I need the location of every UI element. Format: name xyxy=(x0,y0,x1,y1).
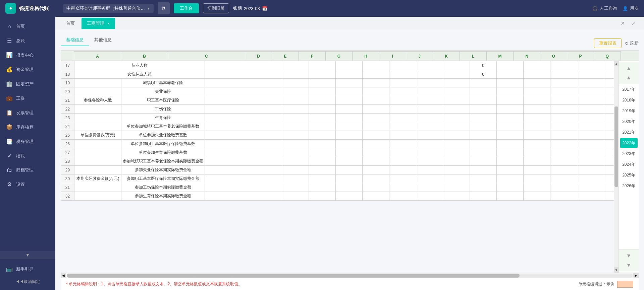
cell-19-E[interactable] xyxy=(309,79,336,87)
cell-27-B[interactable]: 单位参加生育保险缴费基数 xyxy=(121,148,205,157)
cell-18-H[interactable] xyxy=(389,70,416,79)
cell-31-B[interactable]: 参加工伤保险本期实际缴费金额 xyxy=(121,183,205,192)
sidebar-item-funds[interactable]: 💰 资金管理 xyxy=(0,62,55,77)
cell-32-A[interactable] xyxy=(74,192,121,201)
cell-27-L[interactable] xyxy=(497,148,524,157)
cell-19-O[interactable] xyxy=(577,79,604,87)
cell-28-F[interactable] xyxy=(336,157,363,166)
sidebar-item-payroll[interactable]: 💼 工资 xyxy=(0,91,55,105)
cell-19-M[interactable] xyxy=(524,79,550,87)
reset-report-button[interactable]: 重置报表 xyxy=(594,38,622,48)
year-item-2024[interactable]: 2024年 xyxy=(620,159,638,169)
sub-tab-other[interactable]: 其他信息 xyxy=(89,34,117,46)
cell-21-L[interactable] xyxy=(497,96,524,105)
cell-22-N[interactable] xyxy=(550,105,577,114)
cell-30-C[interactable] xyxy=(205,174,282,183)
cell-27-P[interactable] xyxy=(604,148,614,157)
cell-22-C[interactable] xyxy=(205,105,282,114)
workbench-button[interactable]: 工作台 xyxy=(174,3,199,13)
cell-17-N[interactable] xyxy=(550,61,577,70)
cell-29-F[interactable] xyxy=(336,166,363,174)
cell-26-E[interactable] xyxy=(309,140,336,148)
cell-23-O[interactable] xyxy=(577,114,604,122)
cell-26-A[interactable] xyxy=(74,140,121,148)
cell-24-M[interactable] xyxy=(524,122,550,131)
cell-24-O[interactable] xyxy=(577,122,604,131)
cell-31-M[interactable] xyxy=(524,183,550,192)
cell-30-E[interactable] xyxy=(309,174,336,183)
v-scroll-down-btn[interactable]: ▼ xyxy=(614,267,619,273)
cell-19-P[interactable]: 0 xyxy=(604,79,614,87)
cell-20-B[interactable]: 失业保险 xyxy=(121,87,205,96)
sidebar-item-archive[interactable]: 🗂 归档管理 xyxy=(0,163,55,177)
cell-19-C[interactable] xyxy=(205,79,282,87)
cell-18-L[interactable] xyxy=(497,70,524,79)
cell-29-P[interactable] xyxy=(604,166,614,174)
cell-25-C[interactable] xyxy=(205,131,282,140)
tab-close-icon[interactable]: × xyxy=(108,21,110,25)
cell-27-O[interactable] xyxy=(577,148,604,157)
cell-27-K[interactable] xyxy=(470,148,497,157)
cell-24-E[interactable] xyxy=(309,122,336,131)
cell-23-G[interactable] xyxy=(363,114,389,122)
cell-25-I[interactable] xyxy=(416,131,443,140)
sheet-scroll-area[interactable]: 17 从业人数 xyxy=(61,61,614,273)
cell-31-H[interactable] xyxy=(389,183,416,192)
copy-icon-btn[interactable]: ⧉ xyxy=(158,2,170,14)
cell-30-D[interactable] xyxy=(282,174,309,183)
cell-30-K[interactable] xyxy=(470,174,497,183)
cell-25-D[interactable] xyxy=(282,131,309,140)
cell-30-H[interactable] xyxy=(389,174,416,183)
cell-21-B[interactable]: 职工基本医疗保险 xyxy=(121,96,205,105)
year-nav-down[interactable]: ▼ xyxy=(622,251,636,261)
cell-20-J[interactable] xyxy=(443,87,470,96)
cell-25-H[interactable] xyxy=(389,131,416,140)
cell-17-D[interactable] xyxy=(282,61,309,70)
cell-20-G[interactable] xyxy=(363,87,389,96)
cell-31-I[interactable] xyxy=(416,183,443,192)
cell-20-C[interactable] xyxy=(205,87,282,96)
cell-31-F[interactable] xyxy=(336,183,363,192)
cell-21-H[interactable] xyxy=(389,96,416,105)
cell-27-H[interactable] xyxy=(389,148,416,157)
cell-23-E[interactable] xyxy=(309,114,336,122)
cell-19-K[interactable] xyxy=(470,79,497,87)
cell-26-K[interactable] xyxy=(470,140,497,148)
cell-26-I[interactable] xyxy=(416,140,443,148)
cell-19-D[interactable] xyxy=(282,79,309,87)
cell-17-C[interactable] xyxy=(205,61,282,70)
cell-23-A[interactable] xyxy=(74,114,121,122)
v-scroll-up-btn[interactable]: ▲ xyxy=(614,61,619,66)
cell-25-A[interactable]: 单位缴费基数(万元) xyxy=(74,131,121,140)
year-item-2026[interactable]: 2026年 xyxy=(620,181,638,191)
year-item-2022[interactable]: 2022年 xyxy=(620,138,638,148)
cell-21-F[interactable] xyxy=(336,96,363,105)
v-scroll-thumb[interactable] xyxy=(614,106,618,187)
cell-24-A[interactable] xyxy=(74,122,121,131)
cell-22-H[interactable] xyxy=(389,105,416,114)
cell-21-E[interactable] xyxy=(309,96,336,105)
cell-32-O[interactable] xyxy=(577,192,604,201)
cell-32-B[interactable]: 参加生育保险本期实际缴费金额 xyxy=(121,192,205,201)
cell-22-M[interactable] xyxy=(524,105,550,114)
sidebar-item-assets[interactable]: 🏢 固定资产 xyxy=(0,77,55,91)
sidebar-item-inventory[interactable]: 📦 库存核算 xyxy=(0,120,55,134)
h-scroll-right-btn[interactable]: ▶ xyxy=(633,273,639,278)
year-item-2017[interactable]: 2017年 xyxy=(620,84,638,94)
cell-17-L[interactable] xyxy=(497,61,524,70)
cell-20-P[interactable]: 0 xyxy=(604,87,614,96)
cell-29-B[interactable]: 参加失业保险本期实际缴费金额 xyxy=(121,166,205,174)
cell-24-G[interactable] xyxy=(363,122,389,131)
cell-27-C[interactable] xyxy=(205,148,282,157)
cell-27-F[interactable] xyxy=(336,148,363,157)
cell-25-J[interactable] xyxy=(443,131,470,140)
cell-31-A[interactable] xyxy=(74,183,121,192)
cell-25-N[interactable] xyxy=(550,131,577,140)
cell-21-J[interactable] xyxy=(443,96,470,105)
cell-23-K[interactable] xyxy=(470,114,497,122)
cell-28-D[interactable] xyxy=(282,157,309,166)
cell-17-A[interactable]: 从业人数 xyxy=(74,61,205,70)
cell-28-N[interactable] xyxy=(550,157,577,166)
cell-26-C[interactable] xyxy=(205,140,282,148)
cell-28-L[interactable] xyxy=(497,157,524,166)
